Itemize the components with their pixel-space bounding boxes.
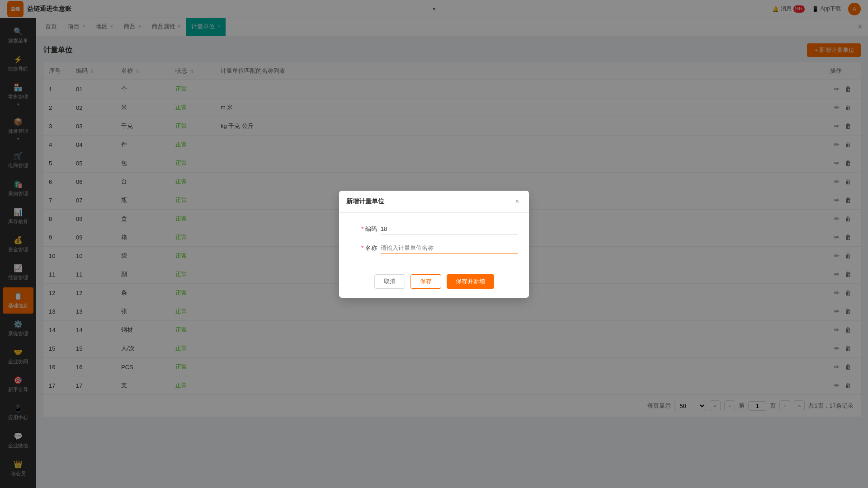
modal-header: 新增计量单位 × xyxy=(339,191,529,213)
modal-overlay: 新增计量单位 × 编码 名称 取消 保存 保存并新增 xyxy=(0,0,868,488)
save-and-new-button[interactable]: 保存并新增 xyxy=(447,274,494,289)
form-row-code: 编码 xyxy=(350,224,518,235)
modal-body: 编码 名称 xyxy=(339,213,529,269)
name-input[interactable] xyxy=(381,243,518,253)
code-label: 编码 xyxy=(350,225,377,233)
name-label: 名称 xyxy=(350,244,377,252)
save-button[interactable]: 保存 xyxy=(410,274,441,289)
modal-title: 新增计量单位 xyxy=(346,197,384,206)
cancel-button[interactable]: 取消 xyxy=(374,274,405,289)
add-unit-modal: 新增计量单位 × 编码 名称 取消 保存 保存并新增 xyxy=(339,191,529,298)
form-row-name: 名称 xyxy=(350,243,518,253)
modal-close-button[interactable]: × xyxy=(513,197,522,206)
modal-footer: 取消 保存 保存并新增 xyxy=(339,269,529,298)
code-input[interactable] xyxy=(381,224,518,235)
